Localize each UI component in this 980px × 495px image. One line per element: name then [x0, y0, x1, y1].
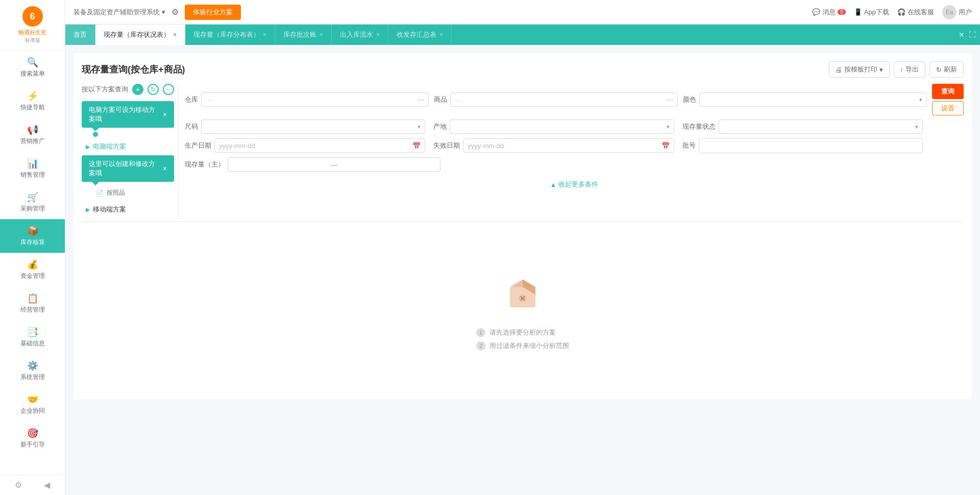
message-label: 消息: [822, 8, 836, 17]
calendar2-icon: 📅: [662, 142, 670, 150]
sidebar-bottom: ⚙ ◀: [0, 475, 65, 495]
sidebar-item-inventory[interactable]: 📦 库存核算: [0, 219, 65, 253]
sidebar-item-purchase[interactable]: 🛒 采购管理: [0, 185, 65, 219]
message-btn[interactable]: 💬 消息 9: [812, 8, 846, 17]
tab-fullscreen-icon[interactable]: ⛶: [969, 31, 976, 39]
tip-label-1: 请先选择要分析的方案: [489, 328, 556, 337]
settings-bottom-icon[interactable]: ⚙: [15, 480, 22, 490]
sales-icon: 📊: [27, 158, 38, 169]
export-button[interactable]: ↑ 导出: [894, 61, 926, 78]
warehouse-label: 仓库: [185, 95, 198, 104]
sidebar-item-quick-nav[interactable]: ⚡ 快捷导航: [0, 84, 65, 118]
set-button[interactable]: 设置: [932, 101, 964, 115]
tip-num-1: 1: [476, 328, 485, 337]
sidebar-item-operations[interactable]: 📋 经营管理: [0, 287, 65, 320]
batch-no-input[interactable]: [699, 138, 923, 153]
filter-row-2: 尺码 ▾ 产地 ▾: [185, 120, 964, 134]
warehouse-dots: ···: [206, 96, 211, 104]
tab-bar-end: ✕ ⛶: [954, 25, 980, 45]
sidebar-item-finance[interactable]: 💰 资金管理: [0, 253, 65, 287]
tab-home-label: 首页: [74, 30, 87, 39]
filter-row-1: 仓库 ··· ⋯ 商品 ··· ⋯: [185, 84, 964, 115]
online-support-btn[interactable]: 🎧 在线客服: [897, 8, 934, 17]
sidebar-item-guide[interactable]: 🎯 新手引导: [0, 421, 65, 455]
sidebar: 6 畅通好生意 标准版 🔍 搜索菜单 ⚡ 快捷导航 📢 营销推广 📊 销售管理 …: [0, 0, 65, 495]
size-select[interactable]: ▾: [201, 120, 425, 134]
batch-no-field: 批号: [682, 138, 923, 153]
sidebar-item-system[interactable]: ⚙️ 系统管理: [0, 354, 65, 388]
empty-illustration: [497, 267, 548, 318]
refresh-button[interactable]: ↻ 刷新: [929, 61, 964, 78]
settings-icon[interactable]: ⚙: [172, 7, 179, 17]
template-print-button[interactable]: 🖨 按模板打印 ▾: [829, 61, 890, 78]
sidebar-item-label: 采购管理: [20, 204, 45, 213]
tab-recv-send-summary[interactable]: 收发存汇总表 ×: [388, 25, 452, 45]
tab-stock-dist[interactable]: 现存量（库存分布表） ×: [185, 25, 275, 45]
tab-close-all-icon[interactable]: ✕: [959, 31, 965, 39]
size-label: 尺码: [185, 122, 198, 131]
stock-main-input[interactable]: —: [228, 157, 440, 172]
color-caret-icon: ▾: [919, 97, 922, 103]
tooltip-close-icon[interactable]: ×: [163, 110, 167, 119]
sidebar-nav: 🔍 搜索菜单 ⚡ 快捷导航 📢 营销推广 📊 销售管理 🛒 采购管理 📦 库存核…: [0, 51, 65, 475]
filter-header: 按以下方案查询 + ↻ ←: [82, 84, 174, 95]
filter-left-button[interactable]: ←: [163, 84, 174, 95]
sidebar-item-sales[interactable]: 📊 销售管理: [0, 152, 65, 185]
empty-tip-1: 1 请先选择要分析的方案: [476, 328, 569, 337]
message-badge: 9: [838, 9, 846, 15]
chevron-down-icon: ▾: [879, 66, 883, 74]
filter-add-button[interactable]: +: [132, 84, 143, 95]
expiry-date-field: 失效日期 yyyy-mm-dd 📅: [433, 138, 674, 153]
page-header: 现存量查询(按仓库+商品) 🖨 按模板打印 ▾ ↑ 导出 ↻ 刷新: [82, 61, 964, 78]
trial-button[interactable]: 体验行业方案: [185, 5, 241, 20]
production-date-input[interactable]: yyyy-mm-dd 📅: [214, 138, 425, 153]
divider: [82, 221, 964, 222]
sidebar-item-basic-info[interactable]: 📑 基础信息: [0, 320, 65, 354]
size-caret-icon: ▾: [418, 124, 421, 130]
scheme-sub-item-0[interactable]: 📄 按照品: [92, 187, 174, 199]
sidebar-item-marketing[interactable]: 📢 营销推广: [0, 118, 65, 152]
system-title: 装备及固定资产辅助管理系统: [74, 8, 160, 17]
origin-field: 产地 ▾: [433, 120, 674, 134]
goods-select[interactable]: ··· ⋯: [450, 92, 678, 107]
doc-icon: 📄: [96, 190, 104, 197]
tab-close-in-out-flow[interactable]: ×: [376, 31, 380, 38]
origin-select[interactable]: ▾: [450, 120, 674, 134]
tab-stock-dist-label: 现存量（库存分布表）: [193, 30, 260, 39]
mobile-scheme-item[interactable]: ▶ 移动端方案: [82, 203, 174, 216]
warehouse-select[interactable]: ··· ⋯: [201, 92, 429, 107]
tab-home[interactable]: 首页: [65, 25, 95, 45]
stock-status-select[interactable]: ▾: [719, 120, 923, 134]
tab-batch-ledger[interactable]: 库存批次账 ×: [275, 25, 332, 45]
message-icon: 💬: [812, 8, 820, 16]
range-separator: —: [331, 161, 337, 169]
sidebar-item-label: 经营管理: [20, 305, 45, 314]
tab-stock-status[interactable]: 现存量（库存状况表） ×: [95, 25, 185, 45]
color-select[interactable]: ▾: [699, 92, 927, 107]
logo-icon: 6: [22, 6, 43, 27]
tab-in-out-flow[interactable]: 出入库流水 ×: [332, 25, 388, 45]
expiry-date-input[interactable]: yyyy-mm-dd 📅: [463, 138, 674, 153]
search-button[interactable]: 查询: [932, 84, 964, 99]
tab-close-stock-status[interactable]: ×: [173, 31, 177, 38]
tab-close-batch-ledger[interactable]: ×: [320, 31, 323, 38]
template-print-label: 按模板打印: [844, 65, 877, 74]
page-title: 现存量查询(按仓库+商品): [82, 63, 185, 76]
mobile-arrow-icon: ▶: [86, 206, 90, 213]
system-selector[interactable]: 装备及固定资产辅助管理系统 ▾: [74, 8, 165, 17]
main-area: 装备及固定资产辅助管理系统 ▾ ⚙ 体验行业方案 💬 消息 9 📱 App下载 …: [65, 0, 980, 495]
pc-scheme-item[interactable]: ▶ 电脑端方案: [82, 140, 174, 153]
app-download-btn[interactable]: 📱 App下载: [854, 8, 889, 17]
tab-close-recv-send-summary[interactable]: ×: [439, 31, 443, 38]
filter-circle-button[interactable]: ↻: [148, 84, 159, 95]
tab-close-stock-dist[interactable]: ×: [263, 31, 266, 38]
collapse-button[interactable]: ▲ 收起更多条件: [185, 176, 964, 193]
collapse-label: 收起更多条件: [558, 180, 598, 189]
filter-row-3: 生产日期 yyyy-mm-dd 📅 失效日期 yyyy-mm-dd 📅: [185, 138, 964, 153]
sidebar-item-search[interactable]: 🔍 搜索菜单: [0, 51, 65, 84]
filter-row-4: 现存量（主） —: [185, 157, 964, 172]
sidebar-item-enterprise[interactable]: 🤝 企业协同: [0, 388, 65, 421]
tooltip2-close-icon[interactable]: ×: [163, 164, 167, 173]
user-btn[interactable]: Ea 用户: [942, 5, 972, 19]
collapse-sidebar-icon[interactable]: ◀: [44, 480, 50, 490]
